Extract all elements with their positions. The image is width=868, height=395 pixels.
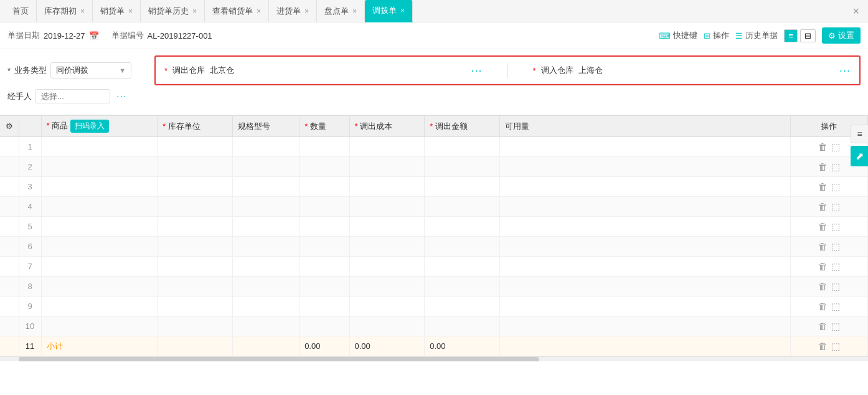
row-goods-cell[interactable] (41, 197, 158, 217)
row-cost-cell (349, 177, 425, 197)
quick-key-icon: ⌨ (659, 31, 671, 40)
close-icon[interactable]: × (80, 7, 85, 16)
person-more-btn[interactable]: ··· (116, 91, 126, 102)
tab-label-stocktake: 盘点单 (324, 6, 349, 17)
row-available-cell (500, 217, 790, 237)
tab-purchase[interactable]: 进货单 × (269, 0, 317, 22)
out-wh-more-btn[interactable]: ··· (471, 64, 482, 77)
row-available-cell (500, 257, 790, 277)
close-window-icon[interactable]: × (852, 5, 859, 18)
calendar-icon[interactable]: 📅 (89, 31, 99, 40)
delete-icon[interactable]: 🗑 (818, 161, 828, 172)
row-available-cell (500, 177, 790, 197)
delete-icon[interactable]: 🗑 (818, 281, 828, 292)
table-row: 10 🗑 ⬚ (0, 316, 868, 336)
tab-stocktake[interactable]: 盘点单 × (317, 0, 365, 22)
delete-icon[interactable]: 🗑 (818, 201, 828, 212)
row-goods-cell[interactable] (41, 316, 158, 336)
delete-icon[interactable]: 🗑 (818, 141, 828, 152)
row-amount-cell (425, 277, 500, 297)
row-unit-cell (158, 157, 233, 177)
copy-icon[interactable]: ⬚ (831, 141, 840, 153)
copy-icon[interactable]: ⬚ (831, 241, 840, 252)
in-wh-more-btn[interactable]: ··· (839, 64, 851, 77)
row-goods-cell[interactable] (41, 237, 158, 257)
row-op-cell: 🗑 ⬚ (790, 297, 867, 316)
list-view-btn[interactable]: ≡ (784, 29, 798, 42)
person-input[interactable] (35, 89, 110, 103)
right-external-btn[interactable]: ⬈ (851, 146, 868, 166)
row-unit-cell (158, 137, 233, 157)
gear-header-icon[interactable]: ⚙ (6, 121, 13, 131)
in-wh-req: * (533, 66, 536, 75)
tab-sales-history[interactable]: 销货单历史 × (141, 0, 205, 22)
subtotal-gear-cell (0, 336, 19, 356)
row-gear-cell (0, 297, 19, 316)
delete-icon[interactable]: 🗑 (818, 221, 828, 232)
row-available-cell (500, 197, 790, 217)
tab-inventory-init[interactable]: 库存期初 × (37, 0, 93, 22)
row-goods-cell[interactable] (41, 177, 158, 197)
date-value: 2019-12-27 (44, 31, 85, 40)
row-spec-cell (232, 157, 299, 177)
tab-sales-order[interactable]: 销货单 × (93, 0, 141, 22)
row-cost-cell (349, 297, 425, 316)
close-icon[interactable]: × (192, 7, 197, 16)
row-goods-cell[interactable] (41, 297, 158, 316)
th-spec: 规格型号 (232, 116, 299, 137)
row-goods-cell[interactable] (41, 157, 158, 177)
delete-icon[interactable]: 🗑 (818, 301, 828, 312)
scrollbar-thumb[interactable] (19, 357, 539, 361)
op-label: 操作 (821, 121, 837, 131)
row-goods-cell[interactable] (41, 217, 158, 237)
tab-label-view-sales: 查看销货单 (212, 6, 253, 17)
row-spec-cell (232, 257, 299, 277)
row-goods-cell[interactable] (41, 257, 158, 277)
quick-key-btn[interactable]: ⌨ 快捷键 (659, 30, 697, 41)
close-icon[interactable]: × (128, 7, 133, 16)
goods-label: 商品 (52, 121, 68, 130)
tab-home[interactable]: 首页 (5, 0, 37, 22)
copy-icon[interactable]: ⬚ (831, 321, 840, 332)
copy-icon[interactable]: ⬚ (831, 181, 840, 193)
copy-icon[interactable]: ⬚ (831, 301, 840, 312)
copy-icon[interactable]: ⬚ (831, 341, 840, 352)
delete-icon[interactable]: 🗑 (818, 321, 828, 331)
row-goods-cell[interactable] (41, 277, 158, 297)
tab-view-sales[interactable]: 查看销货单 × (205, 0, 269, 22)
copy-icon[interactable]: ⬚ (831, 161, 840, 173)
delete-icon[interactable]: 🗑 (818, 261, 828, 272)
grid-view-btn[interactable]: ⊟ (800, 29, 816, 42)
close-icon[interactable]: × (352, 7, 357, 16)
row-unit-cell (158, 237, 233, 257)
operation-btn[interactable]: ⊞ 操作 (704, 30, 729, 41)
close-icon[interactable]: × (400, 6, 405, 15)
history-btn[interactable]: ☰ 历史单据 (735, 30, 778, 41)
row-available-cell (500, 137, 790, 157)
in-warehouse-field: * 调入仓库 上海仓 ··· (533, 64, 851, 77)
close-icon[interactable]: × (257, 7, 261, 16)
copy-icon[interactable]: ⬚ (831, 261, 840, 272)
tab-transfer[interactable]: 调拨单 × (365, 0, 413, 22)
close-icon[interactable]: × (304, 7, 309, 16)
biz-type-dropdown[interactable]: 同价调拨 ▼ (50, 62, 131, 79)
row-op-cell: 🗑 ⬚ (790, 237, 867, 257)
row-goods-cell[interactable] (41, 137, 158, 157)
delete-icon[interactable]: 🗑 (818, 241, 828, 252)
setting-button[interactable]: ⚙ 设置 (822, 27, 861, 44)
copy-icon[interactable]: ⬚ (831, 221, 840, 232)
toolbar-right: ⌨ 快捷键 ⊞ 操作 ☰ 历史单据 ≡ ⊟ ⚙ 设置 (659, 27, 861, 44)
scrollbar-area[interactable] (0, 356, 868, 361)
row-cost-cell (349, 217, 425, 237)
right-list-btn[interactable]: ≡ (851, 125, 868, 143)
setting-gear-icon: ⚙ (828, 31, 836, 40)
copy-icon[interactable]: ⬚ (831, 281, 840, 292)
delete-icon[interactable]: 🗑 (818, 181, 828, 192)
th-qty: * 数量 (300, 116, 349, 137)
th-goods: * 商品 扫码录入 (41, 116, 158, 137)
table-row: 2 🗑 ⬚ (0, 157, 868, 177)
delete-icon[interactable]: 🗑 (818, 341, 828, 351)
scan-button[interactable]: 扫码录入 (70, 120, 109, 133)
th-unit: * 库存单位 (158, 116, 233, 137)
copy-icon[interactable]: ⬚ (831, 201, 840, 212)
